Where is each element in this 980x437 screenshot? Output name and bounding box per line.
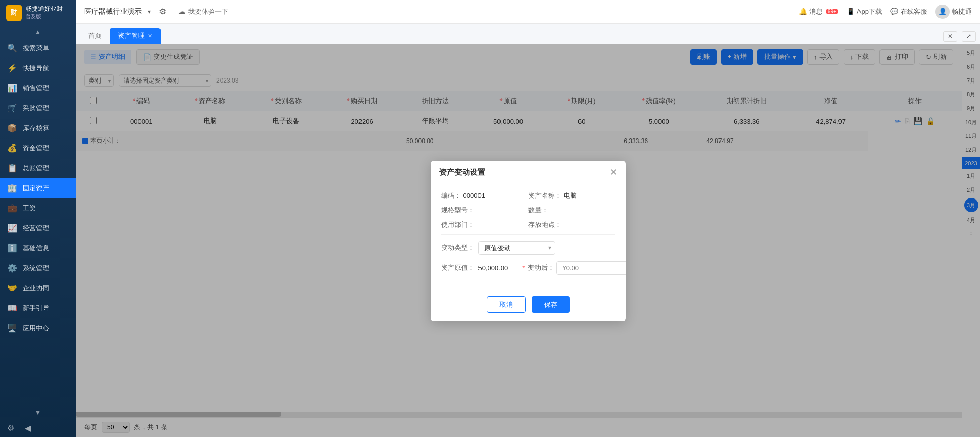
modal-title: 资产变动设置 [439, 168, 485, 177]
change-type-select[interactable]: 原值变动 [478, 241, 555, 255]
operation-icon: 📈 [7, 223, 17, 233]
username: 畅捷通 [952, 7, 972, 16]
location-label: 存放地点： [528, 220, 562, 229]
tab-home[interactable]: 首页 [80, 28, 110, 44]
sidebar-scroll-down[interactable]: ▼ [0, 407, 76, 419]
tab-asset-label: 资产管理 [118, 31, 145, 41]
feedback-btn[interactable]: ☁ 我要体验一下 [178, 7, 228, 16]
modal-footer: 取消 保存 [431, 291, 626, 321]
modal-close-btn[interactable]: ✕ [610, 168, 617, 177]
sidebar-item-search[interactable]: 🔍 搜索菜单 [0, 38, 76, 58]
logo-name: 畅捷通好业财 [26, 5, 63, 13]
change-type-select-wrap: 原值变动 [478, 241, 555, 255]
sidebar-menu: 🔍 搜索菜单 ⚡ 快捷导航 📊 销售管理 🛒 采购管理 📦 库存核算 💰 资金管… [0, 38, 76, 407]
search-icon: 🔍 [7, 43, 17, 53]
dept-field-group: 使用部门： [441, 220, 528, 229]
quicknav-icon: ⚡ [7, 63, 17, 73]
sidebar-item-label: 库存核算 [23, 124, 49, 133]
sidebar-item-label: 应用中心 [23, 324, 49, 333]
sidebar-item-label: 总账管理 [23, 164, 49, 173]
code-field-group: 编码： 000001 [441, 191, 528, 201]
sidebar-item-payroll[interactable]: 💼 工资 [0, 198, 76, 218]
asset-name-value: 电脑 [564, 191, 577, 201]
code-value: 000001 [463, 192, 485, 200]
modal-header: 资产变动设置 ✕ [431, 161, 626, 183]
tab-expand-btn[interactable]: ⤢ [962, 31, 976, 42]
online-service-label: 在线客服 [901, 7, 927, 16]
sidebar-item-system[interactable]: ⚙️ 系统管理 [0, 258, 76, 278]
after-change-input[interactable] [556, 261, 625, 275]
sidebar-item-label: 经营管理 [23, 224, 49, 233]
sidebar-item-sales[interactable]: 📊 销售管理 [0, 78, 76, 98]
sidebar-item-label: 快捷导航 [23, 64, 49, 73]
logo-icon: 财 [6, 5, 22, 21]
cancel-button[interactable]: 取消 [487, 296, 526, 313]
sidebar-logo: 财 畅捷通好业财 普及版 [0, 0, 76, 26]
payroll-icon: 💼 [7, 203, 17, 213]
notification-btn[interactable]: 🔔 消息 99+ [799, 7, 838, 16]
fixed-icon: 🏢 [7, 183, 17, 193]
feedback-label: 我要体验一下 [188, 7, 228, 16]
sidebar-item-basic[interactable]: ℹ️ 基础信息 [0, 238, 76, 258]
modal-row-code-name: 编码： 000001 资产名称： 电脑 [441, 191, 615, 201]
tab-asset[interactable]: 资产管理 ✕ [110, 28, 161, 44]
tab-close-icon[interactable]: ✕ [148, 33, 152, 39]
sidebar-item-guide[interactable]: 📖 新手引导 [0, 298, 76, 318]
tab-home-label: 首页 [88, 31, 102, 41]
dept-label: 使用部门： [441, 220, 474, 229]
sales-icon: 📊 [7, 83, 17, 93]
online-service-btn[interactable]: 💬 在线客服 [890, 7, 927, 16]
name-field-group: 资产名称： 电脑 [528, 191, 615, 201]
settings-icon[interactable]: ⚙ [7, 423, 14, 433]
sidebar-item-fixed[interactable]: 🏢 固定资产 [0, 178, 76, 198]
tab-close-btn[interactable]: ✕ [943, 31, 957, 42]
sidebar-item-label: 基础信息 [23, 244, 49, 253]
feedback-icon: ☁ [178, 8, 185, 15]
sidebar-item-appstore[interactable]: 🖥️ 应用中心 [0, 318, 76, 338]
sidebar-item-purchase[interactable]: 🛒 采购管理 [0, 98, 76, 118]
page-content: ☰ 资产明细 📄 变更生成凭证 刷账 + 新增 批量操作 ▾ ↑ [76, 44, 980, 437]
notification-label: 消息 [809, 7, 823, 16]
modal-body: 编码： 000001 资产名称： 电脑 规格型号： [431, 183, 626, 291]
spec-label: 规格型号： [441, 206, 474, 215]
modal-row-dept-loc: 使用部门： 存放地点： [441, 220, 615, 229]
sidebar-item-capital[interactable]: 💰 资金管理 [0, 138, 76, 158]
app-download-btn[interactable]: 📱 App下载 [847, 7, 882, 16]
modal-overlay: 资产变动设置 ✕ 编码： 000001 资产名称： 电脑 [76, 44, 980, 437]
app-download-label: App下载 [857, 7, 882, 16]
basic-icon: ℹ️ [7, 243, 17, 253]
save-button[interactable]: 保存 [532, 296, 570, 313]
sidebar-item-label: 企业协同 [23, 284, 49, 293]
tabs-bar: 首页 资产管理 ✕ ✕ ⤢ [76, 24, 980, 44]
sidebar-item-label: 销售管理 [23, 84, 49, 93]
settings-icon[interactable]: ⚙ [159, 7, 166, 16]
sidebar-item-enterprise[interactable]: 🤝 企业协同 [0, 278, 76, 298]
sidebar-scroll-up[interactable]: ▲ [0, 26, 76, 38]
collapse-icon[interactable]: ◀ [25, 423, 31, 433]
sidebar-item-inventory[interactable]: 📦 库存核算 [0, 118, 76, 138]
qty-field-group: 数量： [528, 206, 615, 215]
download-icon: 📱 [847, 8, 855, 15]
required-star: * [522, 264, 525, 272]
main-area: 医疗器械行业演示 ▾ ⚙ ☁ 我要体验一下 🔔 消息 99+ 📱 App下载 💬… [76, 0, 980, 437]
company-dropdown[interactable]: ▾ [148, 8, 151, 15]
sidebar-item-label: 采购管理 [23, 104, 49, 113]
logo-sub: 普及版 [26, 13, 63, 21]
modal-row-spec-qty: 规格型号： 数量： [441, 206, 615, 215]
sidebar-item-general[interactable]: 📋 总账管理 [0, 158, 76, 178]
change-type-label: 变动类型： [441, 243, 474, 252]
after-change-label: 变动后： [528, 263, 554, 272]
sidebar-item-quicknav[interactable]: ⚡ 快捷导航 [0, 58, 76, 78]
sidebar-item-operation[interactable]: 📈 经营管理 [0, 218, 76, 238]
asset-value: 50,000.00 [478, 264, 508, 272]
modal-asset-value-row: 资产原值： 50,000.00 * 变动后： [441, 261, 615, 275]
modal-divider [441, 234, 615, 235]
capital-icon: 💰 [7, 143, 17, 153]
service-icon: 💬 [890, 8, 898, 15]
inventory-icon: 📦 [7, 123, 17, 133]
sidebar-item-label: 新手引导 [23, 304, 49, 313]
sidebar-item-label: 搜索菜单 [23, 44, 49, 53]
asset-value-label: 资产原值： [441, 263, 474, 272]
user-menu[interactable]: 👤 畅捷通 [935, 5, 972, 19]
asset-change-modal: 资产变动设置 ✕ 编码： 000001 资产名称： 电脑 [431, 161, 626, 321]
